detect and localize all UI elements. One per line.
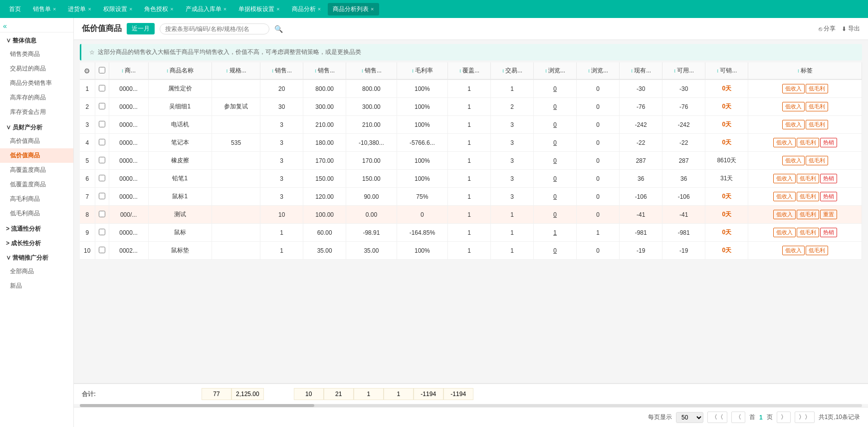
row-checkbox[interactable] bbox=[95, 152, 109, 170]
sort-icon[interactable]: ↕ bbox=[673, 68, 676, 73]
row-select-checkbox[interactable] bbox=[99, 247, 105, 253]
col-spec[interactable]: ↕规格... bbox=[212, 62, 260, 79]
settings-icon[interactable]: ⚙ bbox=[84, 67, 90, 75]
sidebar-group-liquidity[interactable]: > 流通性分析 bbox=[0, 221, 73, 235]
close-icon[interactable]: × bbox=[170, 6, 173, 12]
export-button[interactable]: ⬇ 导出 bbox=[842, 24, 860, 33]
sort-icon[interactable]: ↕ bbox=[631, 68, 633, 73]
browse-link[interactable]: 0 bbox=[553, 121, 557, 128]
row-checkbox[interactable] bbox=[95, 224, 109, 242]
sidebar-item-stock-capital[interactable]: 库存资金占用 bbox=[0, 105, 73, 119]
row-select-checkbox[interactable] bbox=[99, 121, 105, 127]
sort-icon[interactable]: ↕ bbox=[361, 68, 364, 73]
sidebar-group-asset[interactable]: ∨ 员财产分析 bbox=[0, 119, 73, 134]
last-page-btn[interactable]: 〉〉 bbox=[795, 412, 815, 423]
sort-icon[interactable]: ↕ bbox=[166, 68, 169, 73]
col-trade[interactable]: ↕交易... bbox=[491, 62, 534, 79]
col-checkbox[interactable] bbox=[95, 62, 109, 79]
row-browse1[interactable]: 0 bbox=[534, 79, 577, 98]
nav-role-auth[interactable]: 角色授权 × bbox=[139, 3, 178, 15]
search-input[interactable] bbox=[160, 23, 269, 34]
sidebar-item-all-products[interactable]: 全部商品 bbox=[0, 264, 73, 279]
browse-link[interactable]: 0 bbox=[553, 157, 557, 164]
sidebar-item-low-value[interactable]: 低价值商品 bbox=[0, 148, 73, 163]
sidebar-item-high-value[interactable]: 高价值商品 bbox=[0, 134, 73, 148]
row-checkbox[interactable] bbox=[95, 242, 109, 260]
col-settings[interactable]: ⚙ bbox=[80, 62, 95, 79]
filter-button[interactable]: 近一月 bbox=[127, 23, 155, 34]
nav-template-settings[interactable]: 单据模板设置 × bbox=[233, 3, 284, 15]
close-icon[interactable]: × bbox=[88, 6, 91, 12]
row-browse1[interactable]: 0 bbox=[534, 116, 577, 134]
col-tags[interactable]: ↕标签 bbox=[748, 62, 862, 79]
sort-icon[interactable]: ↕ bbox=[314, 68, 317, 73]
sort-icon[interactable]: ↕ bbox=[412, 68, 414, 73]
sort-icon[interactable]: ↕ bbox=[459, 68, 461, 73]
sidebar-group-growth[interactable]: > 成长性分析 bbox=[0, 235, 73, 250]
sidebar-item-traded-products[interactable]: 交易过的商品 bbox=[0, 61, 73, 76]
row-browse1[interactable]: 0 bbox=[534, 188, 577, 206]
col-code[interactable]: ↕商... bbox=[109, 62, 148, 79]
sidebar-collapse-btn[interactable]: « bbox=[3, 22, 7, 30]
nav-permission[interactable]: 权限设置 × bbox=[98, 3, 137, 15]
sort-icon[interactable]: ↕ bbox=[797, 68, 800, 73]
sidebar-item-sales-products[interactable]: 销售类商品 bbox=[0, 47, 73, 61]
sidebar-group-overall[interactable]: ∨ 整体信息 bbox=[0, 32, 73, 47]
browse-link[interactable]: 0 bbox=[553, 85, 557, 92]
row-select-checkbox[interactable] bbox=[99, 211, 105, 217]
nav-product-inbound[interactable]: 产成品入库单 × bbox=[181, 3, 231, 15]
share-button[interactable]: ⎋ 分享 bbox=[819, 24, 836, 33]
search-icon[interactable]: 🔍 bbox=[274, 25, 283, 33]
row-select-checkbox[interactable] bbox=[99, 193, 105, 199]
col-browse1[interactable]: ↕浏览... bbox=[534, 62, 577, 79]
close-icon[interactable]: × bbox=[276, 6, 279, 12]
col-qty[interactable]: ↕销售... bbox=[260, 62, 303, 79]
row-browse1[interactable]: 0 bbox=[534, 152, 577, 170]
sort-icon[interactable]: ↕ bbox=[121, 68, 124, 73]
col-coverage[interactable]: ↕覆盖... bbox=[448, 62, 491, 79]
browse-link[interactable]: 0 bbox=[553, 193, 557, 200]
row-select-checkbox[interactable] bbox=[99, 85, 105, 91]
row-checkbox[interactable] bbox=[95, 188, 109, 206]
browse-link[interactable]: 0 bbox=[553, 211, 557, 218]
row-checkbox[interactable] bbox=[95, 134, 109, 152]
browse-link[interactable]: 1 bbox=[553, 229, 557, 236]
sidebar-item-category-sales[interactable]: 商品分类销售率 bbox=[0, 76, 73, 90]
row-browse1[interactable]: 0 bbox=[534, 206, 577, 224]
row-select-checkbox[interactable] bbox=[99, 175, 105, 181]
sidebar-item-high-stock[interactable]: 高库存的商品 bbox=[0, 90, 73, 105]
next-page-btn[interactable]: 〉 bbox=[777, 412, 791, 423]
nav-sales-order[interactable]: 销售单 × bbox=[28, 3, 61, 15]
sort-icon[interactable]: ↕ bbox=[271, 68, 274, 73]
close-icon[interactable]: × bbox=[223, 6, 226, 12]
row-checkbox[interactable] bbox=[95, 206, 109, 224]
nav-product-analysis[interactable]: 商品分析 × bbox=[287, 3, 326, 15]
col-margin[interactable]: ↕毛利率 bbox=[397, 62, 448, 79]
select-all-checkbox[interactable] bbox=[99, 67, 105, 73]
row-checkbox[interactable] bbox=[95, 116, 109, 134]
sidebar-item-low-coverage[interactable]: 低覆盖度商品 bbox=[0, 177, 73, 192]
nav-purchase-order[interactable]: 进货单 × bbox=[63, 3, 96, 15]
row-browse1[interactable]: 0 bbox=[534, 242, 577, 260]
sidebar-item-high-coverage[interactable]: 高覆盖度商品 bbox=[0, 163, 73, 177]
browse-link[interactable]: 0 bbox=[553, 247, 557, 254]
col-price2[interactable]: ↕销售... bbox=[346, 62, 397, 79]
row-browse1[interactable]: 0 bbox=[534, 134, 577, 152]
row-select-checkbox[interactable] bbox=[99, 229, 105, 235]
close-icon[interactable]: × bbox=[129, 6, 132, 12]
col-name[interactable]: ↕商品名称 bbox=[148, 62, 212, 79]
first-page-btn[interactable]: 〈〈 bbox=[707, 412, 727, 423]
close-icon[interactable]: × bbox=[318, 6, 321, 12]
sidebar-item-low-margin[interactable]: 低毛利商品 bbox=[0, 206, 73, 221]
close-icon[interactable]: × bbox=[53, 6, 56, 12]
sidebar-item-new-products[interactable]: 新品 bbox=[0, 279, 73, 293]
sort-icon[interactable]: ↕ bbox=[502, 68, 504, 73]
nav-analysis-list[interactable]: 商品分析列表 × bbox=[328, 3, 379, 15]
row-checkbox[interactable] bbox=[95, 170, 109, 188]
browse-link[interactable]: 0 bbox=[553, 175, 557, 182]
row-select-checkbox[interactable] bbox=[99, 103, 105, 109]
browse-link[interactable]: 0 bbox=[553, 139, 557, 146]
row-browse1[interactable]: 0 bbox=[534, 170, 577, 188]
browse-link[interactable]: 0 bbox=[553, 103, 557, 110]
col-saleable[interactable]: ↕可销... bbox=[705, 62, 748, 79]
